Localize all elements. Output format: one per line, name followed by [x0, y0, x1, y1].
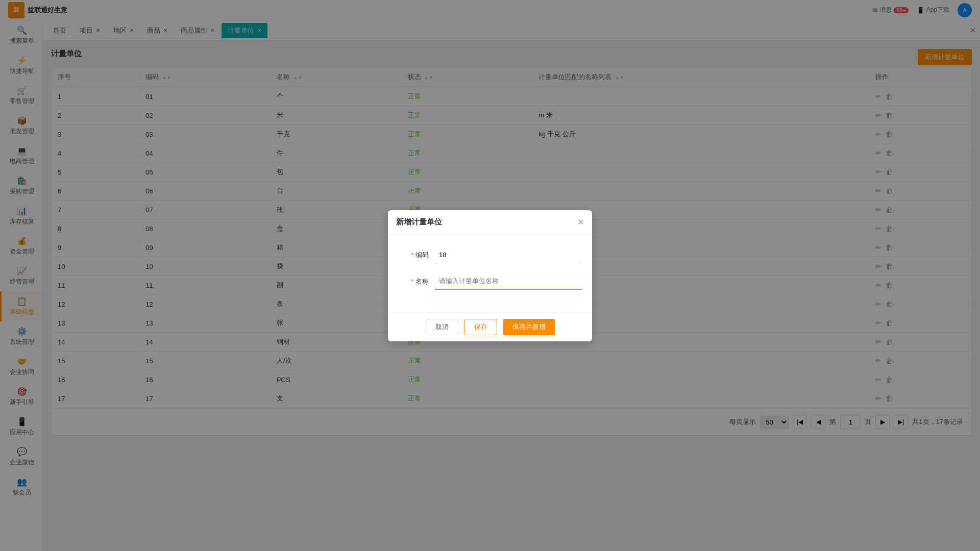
modal-close-button[interactable]: ✕	[577, 217, 584, 227]
form-label-name: 名称	[398, 277, 429, 286]
save-add-button[interactable]: 保存并新增	[503, 319, 555, 335]
cancel-button[interactable]: 取消	[426, 319, 458, 335]
add-unit-modal: 新增计量单位 ✕ 编码 名称 取消 保存 保存并新增	[388, 210, 592, 341]
modal-title: 新增计量单位	[396, 217, 442, 227]
code-input[interactable]	[435, 247, 582, 263]
modal-overlay: 新增计量单位 ✕ 编码 名称 取消 保存 保存并新增	[0, 0, 980, 551]
form-row-name: 名称	[398, 273, 582, 290]
modal-footer: 取消 保存 保存并新增	[388, 312, 592, 341]
save-button[interactable]: 保存	[464, 319, 497, 335]
modal-body: 编码 名称	[388, 235, 592, 312]
form-row-code: 编码	[398, 247, 582, 263]
form-label-code: 编码	[398, 251, 429, 260]
name-input[interactable]	[435, 273, 582, 290]
modal-header: 新增计量单位 ✕	[388, 210, 592, 235]
